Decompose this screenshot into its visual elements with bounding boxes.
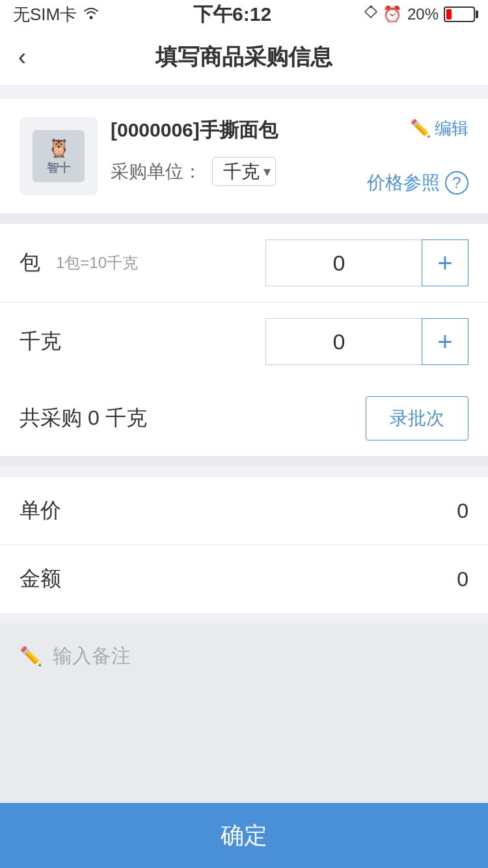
bag-label: 包 (20, 249, 40, 277)
bag-input-wrapper: + (265, 239, 468, 286)
remark-placeholder: 输入备注 (53, 643, 131, 670)
divider-2 (0, 456, 488, 467)
unit-label: 采购单位： (111, 159, 202, 184)
alarm-icon: ⏰ (383, 5, 402, 23)
bag-quantity-input[interactable] (265, 239, 422, 286)
summary-value: 0 (88, 406, 100, 429)
divider-1 (0, 213, 488, 224)
summary-row: 共采购 0 千克 录批次 (0, 381, 488, 456)
kg-plus-button[interactable]: + (422, 318, 468, 365)
owl-logo-text: 智十 (47, 160, 70, 176)
unit-select-wrapper[interactable]: 千克 包 (212, 157, 276, 186)
quantity-input-section: 包 1包=10千克 + 千克 + (0, 224, 488, 381)
product-thumbnail: 🦉 智十 (20, 117, 98, 195)
bag-plus-button[interactable]: + (422, 239, 468, 286)
status-bar: 无SIM卡 下午6:12 ⏰ 20% (0, 0, 488, 29)
help-icon: ? (445, 171, 468, 195)
bag-input-row: 包 1包=10千克 + (0, 224, 488, 303)
amount-label: 金额 (20, 565, 61, 593)
summary-text: 共采购 0 千克 (20, 404, 147, 433)
status-right: ⏰ 20% (364, 5, 475, 23)
carrier-text: 无SIM卡 (13, 3, 77, 26)
unit-price-row: 单价 0 (0, 477, 488, 545)
edit-label: 编辑 (435, 117, 468, 140)
pencil-icon: ✏️ (20, 645, 42, 667)
summary-unit: 千克 (105, 406, 147, 429)
batch-record-button[interactable]: 录批次 (366, 396, 468, 441)
amount-value: 0 (457, 567, 468, 591)
confirm-button[interactable]: 确定 (0, 803, 488, 868)
back-button[interactable]: ‹ (18, 44, 26, 71)
price-reference-button[interactable]: 价格参照 ? (367, 170, 468, 195)
price-ref-label: 价格参照 (367, 170, 440, 195)
battery-icon (444, 7, 475, 22)
wifi-icon (82, 5, 100, 25)
kg-label: 千克 (20, 327, 61, 356)
bag-sublabel: 1包=10千克 (56, 252, 138, 273)
remark-section[interactable]: ✏️ 输入备注 (0, 623, 488, 689)
price-info-section: 单价 0 金额 0 (0, 477, 488, 613)
svg-point-0 (90, 16, 93, 19)
product-card: 🦉 智十 [0000006]手撕面包 采购单位： 千克 包 ✏️ 编辑 (0, 99, 488, 213)
nav-bar: ‹ 填写商品采购信息 (0, 29, 488, 86)
unit-price-value: 0 (457, 499, 468, 523)
kg-input-row: 千克 + (0, 303, 488, 381)
amount-row: 金额 0 (0, 545, 488, 613)
kg-quantity-input[interactable] (265, 318, 422, 365)
status-left: 无SIM卡 (13, 3, 100, 26)
status-time: 下午6:12 (193, 1, 271, 28)
battery-percent: 20% (407, 5, 439, 23)
kg-input-wrapper: + (265, 318, 468, 365)
edit-icon: ✏️ (410, 118, 431, 139)
location-icon (364, 5, 377, 23)
page-title: 填写商品采购信息 (156, 42, 332, 72)
unit-select[interactable]: 千克 包 (212, 157, 276, 186)
owl-logo-icon: 🦉 (47, 137, 70, 159)
unit-price-label: 单价 (20, 496, 61, 525)
edit-button[interactable]: ✏️ 编辑 (410, 117, 468, 140)
